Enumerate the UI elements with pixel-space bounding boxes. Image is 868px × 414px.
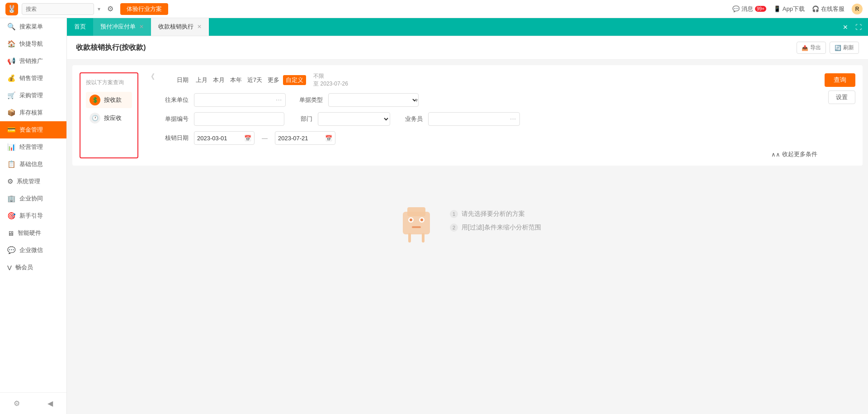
sidebar-item-member[interactable]: V 畅会员 bbox=[0, 259, 66, 276]
wechat-icon: 💬 bbox=[7, 246, 16, 254]
filter-panel: 按以下方案查询 💲 按收款 🕐 按应收 《 bbox=[72, 65, 863, 166]
tab-actions: ✕ ⛶ bbox=[840, 18, 868, 36]
empty-tip-1: 1 请先选择要分析的方案 bbox=[450, 210, 541, 218]
sidebar-collapse-button[interactable]: ◀ bbox=[45, 396, 56, 410]
partner-dots-button[interactable]: ··· bbox=[276, 96, 282, 104]
date-dash: — bbox=[260, 135, 269, 142]
tip-number-1: 1 bbox=[450, 210, 458, 218]
export-button[interactable]: 📤 导出 bbox=[797, 42, 826, 54]
verify-date-start[interactable] bbox=[197, 135, 242, 142]
messages-label: 消息 bbox=[741, 5, 753, 13]
sidebar-item-collab[interactable]: 🏢 企业协同 bbox=[0, 190, 66, 207]
sidebar-item-hardware[interactable]: 🖥 智能硬件 bbox=[0, 224, 66, 242]
sidebar-item-sales[interactable]: 💰 销售管理 bbox=[0, 70, 66, 87]
sidebar-item-marketing[interactable]: 📢 营销推广 bbox=[0, 52, 66, 70]
sidebar-item-finance[interactable]: 💳 资金管理 bbox=[0, 121, 66, 138]
sidebar-item-label: 企业协同 bbox=[19, 195, 43, 203]
date-shortcut-more[interactable]: 更多 bbox=[266, 75, 281, 85]
calendar-start-icon[interactable]: 📅 bbox=[244, 135, 251, 142]
sidebar-item-label: 新手引导 bbox=[19, 212, 43, 220]
search-input[interactable] bbox=[22, 3, 94, 15]
partner-input-wrap[interactable]: ··· bbox=[194, 93, 286, 107]
tab-close-window[interactable]: ✕ bbox=[840, 22, 851, 33]
industry-button[interactable]: 体验行业方案 bbox=[120, 3, 168, 15]
sidebar-item-label: 营销推广 bbox=[19, 57, 43, 65]
date-shortcut-7days[interactable]: 近7天 bbox=[245, 75, 264, 85]
settings-button[interactable]: 设置 bbox=[828, 90, 855, 104]
date-shortcut-this-month[interactable]: 本月 bbox=[211, 75, 226, 85]
settings-icon[interactable]: ⚙ bbox=[104, 3, 117, 15]
empty-state: 1 请先选择要分析的方案 2 用[过滤]条件来缩小分析范围 bbox=[67, 171, 868, 271]
partner-input[interactable] bbox=[198, 97, 274, 104]
sidebar-item-label: 企业微信 bbox=[19, 246, 43, 254]
headset-icon: 🎧 bbox=[812, 5, 819, 12]
messages-link[interactable]: 💬 消息 99+ bbox=[732, 5, 766, 13]
date-range-info: 不限 至 2023-07-26 bbox=[313, 72, 348, 88]
sidebar-item-basic[interactable]: 📋 基础信息 bbox=[0, 156, 66, 173]
member-icon: V bbox=[7, 264, 12, 271]
staff-input[interactable] bbox=[432, 116, 508, 123]
sidebar-item-system[interactable]: ⚙ 系统管理 bbox=[0, 173, 66, 190]
date-shortcut-this-year[interactable]: 本年 bbox=[228, 75, 244, 85]
date-shortcut-last-month[interactable]: 上月 bbox=[194, 75, 209, 85]
svg-rect-6 bbox=[412, 226, 421, 228]
sidebar-item-shortcut[interactable]: 🏠 快捷导航 bbox=[0, 35, 66, 52]
query-action-col: 查询 设置 bbox=[825, 72, 855, 104]
home-icon: 🏠 bbox=[7, 40, 16, 48]
query-button[interactable]: 查询 bbox=[825, 73, 855, 87]
tab-collection[interactable]: 收款核销执行 ✕ bbox=[151, 18, 209, 36]
filter-row-partner-doctype: 往来单位 ··· 单据类型 ▾ bbox=[164, 93, 817, 107]
filter-option-by-receivable[interactable]: 🕐 按应收 bbox=[86, 110, 132, 126]
verify-date-start-wrap[interactable]: 📅 bbox=[194, 131, 255, 145]
app-download-link[interactable]: 📱 App下载 bbox=[774, 5, 805, 13]
doc-no-input[interactable] bbox=[194, 112, 284, 126]
collapse-more-button[interactable]: ∧∧ 收起更多条件 bbox=[771, 150, 817, 158]
doc-type-select[interactable] bbox=[328, 93, 419, 107]
sidebar-item-search[interactable]: 🔍 搜索菜单 bbox=[0, 18, 66, 35]
date-shortcut-custom[interactable]: 自定义 bbox=[283, 75, 306, 85]
top-bar-right: 💬 消息 99+ 📱 App下载 🎧 在线客服 R bbox=[732, 4, 863, 14]
refresh-icon: 🔄 bbox=[835, 45, 841, 51]
sidebar-item-label: 采购管理 bbox=[19, 91, 43, 100]
empty-illustration bbox=[394, 198, 439, 243]
filter-option-by-receipt[interactable]: 💲 按收款 bbox=[86, 92, 132, 108]
messages-badge: 99+ bbox=[755, 6, 766, 12]
tab-home[interactable]: 首页 bbox=[67, 18, 93, 36]
staff-label: 业务员 bbox=[396, 115, 423, 123]
dept-select[interactable] bbox=[318, 112, 390, 126]
empty-tips: 1 请先选择要分析的方案 2 用[过滤]条件来缩小分析范围 bbox=[450, 210, 541, 232]
collapse-up-icon: ∧∧ bbox=[771, 151, 780, 158]
tab-prepay-close[interactable]: ✕ bbox=[139, 24, 144, 30]
sidebar-item-guide[interactable]: 🎯 新手引导 bbox=[0, 207, 66, 224]
tab-expand[interactable]: ⛶ bbox=[853, 22, 864, 33]
page-title: 收款核销执行(按收款) bbox=[76, 43, 146, 52]
refresh-button[interactable]: 🔄 刷新 bbox=[830, 42, 859, 54]
sidebar-item-operation[interactable]: 📊 经营管理 bbox=[0, 138, 66, 156]
purchase-icon: 🛒 bbox=[7, 91, 16, 100]
staff-dots-button[interactable]: ··· bbox=[510, 115, 516, 123]
staff-input-wrap[interactable]: ··· bbox=[428, 112, 520, 126]
sidebar-settings-button[interactable]: ⚙ bbox=[11, 396, 23, 410]
calendar-end-icon[interactable]: 📅 bbox=[325, 135, 332, 142]
customer-service-link[interactable]: 🎧 在线客服 bbox=[812, 5, 844, 13]
verify-date-end[interactable] bbox=[278, 135, 323, 142]
sidebar-item-label: 库存核算 bbox=[19, 109, 43, 117]
partner-label: 往来单位 bbox=[164, 96, 189, 104]
sidebar-item-label: 系统管理 bbox=[17, 177, 40, 186]
page-header-actions: 📤 导出 🔄 刷新 bbox=[797, 42, 859, 54]
sidebar-item-wechat[interactable]: 💬 企业微信 bbox=[0, 242, 66, 259]
date-no-limit: 不限 bbox=[313, 72, 348, 80]
filter-collapse-button[interactable]: 《 bbox=[146, 71, 156, 84]
tab-prepay[interactable]: 预付冲应付单 ✕ bbox=[93, 18, 151, 36]
doc-no-label: 单据编号 bbox=[164, 115, 189, 123]
message-icon: 💬 bbox=[732, 5, 740, 12]
system-icon: ⚙ bbox=[7, 177, 13, 186]
chevron-down-icon[interactable]: ▾ bbox=[98, 6, 100, 12]
top-bar-left: 🐰 ▾ ⚙ 体验行业方案 bbox=[5, 3, 168, 15]
verify-date-end-wrap[interactable]: 📅 bbox=[275, 131, 335, 145]
sidebar-item-purchase[interactable]: 🛒 采购管理 bbox=[0, 87, 66, 104]
sidebar-item-inventory[interactable]: 📦 库存核算 bbox=[0, 104, 66, 121]
tab-collection-close[interactable]: ✕ bbox=[197, 24, 202, 30]
date-label: 日期 bbox=[164, 76, 189, 84]
avatar[interactable]: R bbox=[852, 4, 863, 14]
